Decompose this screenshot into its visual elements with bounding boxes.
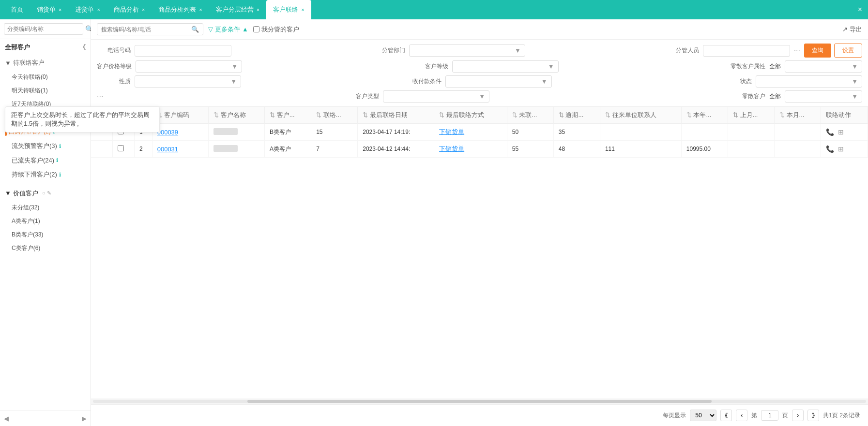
- col-this-month-header[interactable]: ⇅ 本月...: [774, 107, 821, 124]
- row1-last-method[interactable]: 下销货单: [434, 124, 507, 141]
- col-overdue-header[interactable]: ⇅ 逾期...: [553, 107, 600, 124]
- search-icon[interactable]: 🔍: [191, 26, 199, 33]
- sort-icon-this-month: ⇅: [779, 111, 787, 118]
- col-name-header[interactable]: ⇅ 客户名称: [208, 107, 264, 124]
- row1-grid-icon[interactable]: ⊞: [838, 128, 844, 136]
- page-input[interactable]: [761, 410, 778, 421]
- sort-icon-last-month: ⇅: [733, 111, 740, 118]
- sidebar-item-loss-warning[interactable]: 流失预警客户(3) ℹ: [0, 139, 91, 153]
- last-page-btn[interactable]: ⟫: [807, 410, 819, 421]
- row1-unit-contact: [600, 124, 681, 141]
- col-last-method-header[interactable]: ⇅ 最后联络方式: [434, 107, 507, 124]
- settings-btn[interactable]: 设置: [834, 44, 862, 58]
- sidebar-prev-btn[interactable]: ◀: [2, 413, 11, 424]
- retail-customer-select[interactable]: ▼: [785, 90, 862, 103]
- prev-page-btn[interactable]: ‹: [736, 410, 747, 421]
- customer-table: ⚙ ⇅ 客户编码 ⇅ 客户名称: [91, 107, 868, 158]
- sidebar-search-input[interactable]: [4, 23, 83, 35]
- row2-code[interactable]: 000031: [152, 141, 208, 158]
- tab-product-analysis-list[interactable]: 商品分析列表 ×: [152, 0, 209, 19]
- nature-select[interactable]: ▼: [135, 75, 241, 88]
- scrollbar-track[interactable]: [93, 400, 866, 403]
- export-btn[interactable]: ↗ 导出: [842, 25, 862, 34]
- export-icon: ↗: [842, 26, 848, 33]
- row1-code[interactable]: 000039: [152, 124, 208, 141]
- customer-grade-select[interactable]: ▼: [452, 60, 559, 73]
- row2-name[interactable]: [208, 141, 264, 158]
- manager-label: 分管人员: [665, 46, 699, 55]
- close-customer-contact-icon[interactable]: ×: [301, 7, 304, 13]
- row2-contact: 7: [311, 141, 358, 158]
- payment-terms-select[interactable]: ▼: [445, 75, 552, 88]
- sidebar-item-a-class[interactable]: A类客户(1): [0, 214, 91, 228]
- row2-last-method[interactable]: 下销货单: [434, 141, 507, 158]
- col-last-month-header[interactable]: ⇅ 上月...: [728, 107, 774, 124]
- close-product-analysis-icon[interactable]: ×: [142, 7, 145, 13]
- manager-input[interactable]: [703, 45, 790, 57]
- sidebar-item-declining[interactable]: 持续下滑客户(2) ℹ: [0, 167, 91, 182]
- manager-dots[interactable]: ···: [794, 46, 800, 55]
- customer-grade-arrow-icon: ▼: [548, 63, 554, 70]
- sidebar-item-ungroup[interactable]: 未分组(32): [0, 201, 91, 214]
- sidebar-collapse-btn[interactable]: 《: [79, 43, 86, 52]
- tab-customer-contact[interactable]: 客户联络 ×: [266, 0, 311, 19]
- col-contact-header[interactable]: ⇅ 联络...: [311, 107, 358, 124]
- close-all-tabs[interactable]: ×: [858, 5, 862, 14]
- close-purchase-order-icon[interactable]: ×: [97, 7, 100, 13]
- sidebar-item-b-class[interactable]: B类客户(33): [0, 228, 91, 241]
- tab-sales-order[interactable]: 销货单 ×: [30, 0, 68, 19]
- col-unit-contact-header[interactable]: ⇅ 往来单位联系人: [600, 107, 681, 124]
- more-conditions-btn[interactable]: ▽ 更多条件 ▲: [208, 25, 248, 34]
- customer-type-select[interactable]: ▼: [383, 90, 489, 103]
- data-table-area: ⚙ ⇅ 客户编码 ⇅ 客户名称: [91, 107, 868, 398]
- sidebar-item-today[interactable]: 今天待联络(0): [0, 70, 91, 84]
- payment-terms-arrow-icon: ▼: [541, 78, 548, 85]
- col-last-date-header[interactable]: ⇅ 最后联络日期: [358, 107, 434, 124]
- status-select[interactable]: ▼: [756, 75, 862, 88]
- close-product-analysis-list-icon[interactable]: ×: [199, 7, 202, 13]
- row2-type: A类客户: [265, 141, 311, 158]
- retail-attr-select[interactable]: ▼: [785, 60, 862, 73]
- row1-name[interactable]: [208, 124, 264, 141]
- next-page-btn[interactable]: ›: [792, 410, 804, 421]
- row2-phone-icon[interactable]: 📞: [826, 145, 834, 153]
- price-grade-select[interactable]: ▼: [136, 60, 242, 73]
- row1-actions: 📞 ⊞: [821, 124, 868, 141]
- col-not-contacted-header[interactable]: ⇅ 未联...: [507, 107, 553, 124]
- sidebar-next-btn[interactable]: ▶: [80, 413, 89, 424]
- row2-overdue: 48: [553, 141, 600, 158]
- phone-input[interactable]: [135, 45, 231, 57]
- row2-grid-icon[interactable]: ⊞: [838, 145, 844, 153]
- row1-phone-icon[interactable]: 📞: [826, 128, 834, 136]
- pagination-bar: 每页显示 50 100 200 ⟪ ‹ 第 页 › ⟫ 共1页 2条记录: [91, 404, 868, 426]
- sidebar-section-pending[interactable]: ▼ 待联络客户: [0, 56, 91, 70]
- status-label: 状态: [718, 77, 752, 86]
- col-type-header[interactable]: ⇅ 客户...: [265, 107, 311, 124]
- search-input[interactable]: [101, 26, 188, 33]
- row2-index: 2: [134, 141, 152, 158]
- first-page-btn[interactable]: ⟪: [720, 410, 732, 421]
- tab-customer-layered[interactable]: 客户分层经营 ×: [209, 0, 266, 19]
- row2-checkbox[interactable]: [112, 141, 134, 158]
- my-customers-checkbox[interactable]: [253, 26, 259, 32]
- sidebar-item-lost[interactable]: 已流失客户(24) ℹ: [0, 153, 91, 168]
- tab-purchase-order[interactable]: 进货单 ×: [68, 0, 107, 19]
- dept-select[interactable]: ▼: [409, 44, 525, 57]
- tab-home[interactable]: 首页: [4, 0, 30, 19]
- query-btn[interactable]: 查询: [804, 44, 831, 58]
- horizontal-scrollbar[interactable]: [91, 398, 868, 404]
- per-page-select[interactable]: 50 100 200: [690, 410, 716, 421]
- sidebar-item-tomorrow[interactable]: 明天待联络(1): [0, 84, 91, 97]
- tab-product-analysis[interactable]: 商品分析 ×: [107, 0, 152, 19]
- close-sales-order-icon[interactable]: ×: [59, 7, 61, 13]
- col-this-year-header[interactable]: ⇅ 本年...: [681, 107, 728, 124]
- scrollbar-thumb[interactable]: [247, 400, 711, 403]
- edit-value-icon[interactable]: ○ ✎: [42, 190, 51, 196]
- col-code-header[interactable]: ⇅ 客户编码: [152, 107, 208, 124]
- close-customer-layered-icon[interactable]: ×: [257, 7, 259, 13]
- sort-icon-unit-contact: ⇅: [605, 111, 612, 118]
- row2-check[interactable]: [118, 145, 124, 151]
- sidebar-section-value[interactable]: ▼ 价值客户 ○ ✎: [0, 186, 91, 201]
- extra-ellipsis[interactable]: ···: [97, 92, 103, 101]
- sidebar-item-c-class[interactable]: C类客户(6): [0, 241, 91, 255]
